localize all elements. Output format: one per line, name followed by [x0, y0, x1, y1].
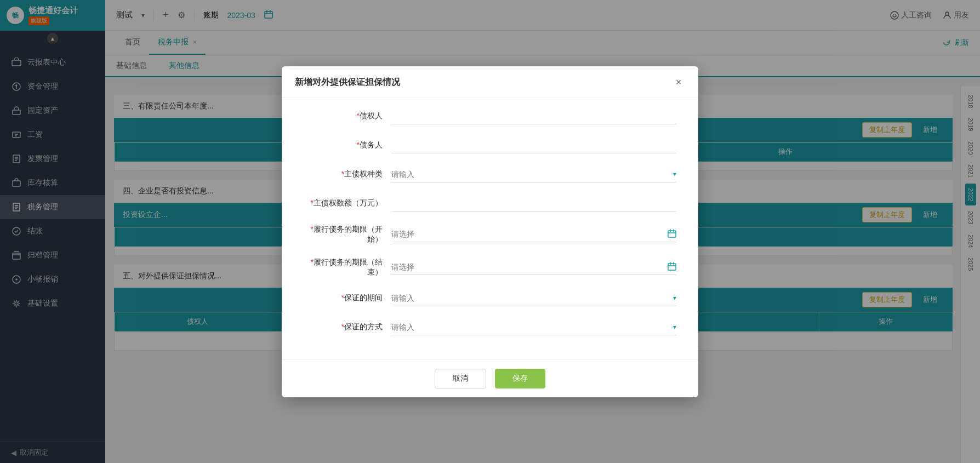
- modal-title: 新增对外提供保证担保情况: [295, 77, 400, 88]
- creditor-label: *债权人: [304, 111, 391, 121]
- form-row-debtor: *债务人: [304, 138, 676, 153]
- required-asterisk: *: [357, 111, 360, 120]
- guarantee-period-label: *保证的期间: [304, 293, 391, 303]
- svg-rect-17: [668, 264, 676, 270]
- modal-body: *债权人 *债务人 *主债权种类 ▾: [282, 98, 698, 359]
- required-asterisk: *: [311, 225, 314, 233]
- form-row-guarantee-method: *保证的方式 ▾: [304, 319, 676, 335]
- modal: 新增对外提供保证担保情况 × *债权人 *债务人 *主债权种类: [282, 66, 698, 397]
- modal-close-button[interactable]: ×: [672, 76, 685, 89]
- duty-start-label: *履行债务的期限（开始）: [304, 225, 391, 244]
- duty-end-date-wrapper: [391, 259, 676, 275]
- form-row-guarantee-period: *保证的期间 ▾: [304, 290, 676, 306]
- modal-header: 新增对外提供保证担保情况 ×: [282, 66, 698, 98]
- required-asterisk: *: [341, 322, 344, 331]
- modal-footer: 取消 保存: [282, 359, 698, 397]
- required-asterisk: *: [311, 198, 314, 207]
- required-asterisk: *: [341, 169, 344, 178]
- guarantee-period-input[interactable]: [391, 290, 673, 306]
- form-row-creditor: *债权人: [304, 108, 676, 124]
- cancel-button[interactable]: 取消: [435, 369, 486, 388]
- required-asterisk: *: [311, 258, 314, 266]
- creditor-input[interactable]: [391, 108, 676, 124]
- duty-start-date-wrapper: [391, 226, 676, 242]
- guarantee-period-select-wrapper: ▾: [391, 290, 676, 306]
- claim-type-chevron-icon[interactable]: ▾: [673, 170, 676, 178]
- duty-start-input[interactable]: [391, 226, 668, 242]
- debtor-input[interactable]: [391, 138, 676, 153]
- save-button[interactable]: 保存: [495, 369, 545, 388]
- claim-amount-input[interactable]: [391, 196, 676, 212]
- svg-rect-16: [668, 231, 676, 237]
- guarantee-period-chevron-icon[interactable]: ▾: [673, 294, 676, 302]
- form-row-duty-start: *履行债务的期限（开始）: [304, 225, 676, 244]
- guarantee-method-label: *保证的方式: [304, 322, 391, 332]
- form-row-duty-end: *履行债务的期限（结束）: [304, 258, 676, 277]
- guarantee-method-input[interactable]: [391, 319, 673, 335]
- required-asterisk: *: [357, 140, 360, 149]
- form-row-claim-amount: *主债权数额（万元）: [304, 196, 676, 212]
- duty-end-input[interactable]: [391, 259, 668, 275]
- claim-type-select-wrapper: ▾: [391, 167, 676, 182]
- guarantee-method-chevron-icon[interactable]: ▾: [673, 323, 676, 331]
- claim-type-input[interactable]: [391, 167, 673, 182]
- claim-type-label: *主债权种类: [304, 169, 391, 179]
- claim-amount-label: *主债权数额（万元）: [304, 198, 391, 208]
- duty-end-calendar-icon[interactable]: [668, 262, 676, 272]
- modal-overlay: 新增对外提供保证担保情况 × *债权人 *债务人 *主债权种类: [0, 0, 980, 463]
- duty-end-label: *履行债务的期限（结束）: [304, 258, 391, 277]
- debtor-label: *债务人: [304, 140, 391, 150]
- duty-start-calendar-icon[interactable]: [668, 229, 676, 239]
- guarantee-method-select-wrapper: ▾: [391, 319, 676, 335]
- form-row-claim-type: *主债权种类 ▾: [304, 167, 676, 182]
- required-asterisk: *: [341, 293, 344, 302]
